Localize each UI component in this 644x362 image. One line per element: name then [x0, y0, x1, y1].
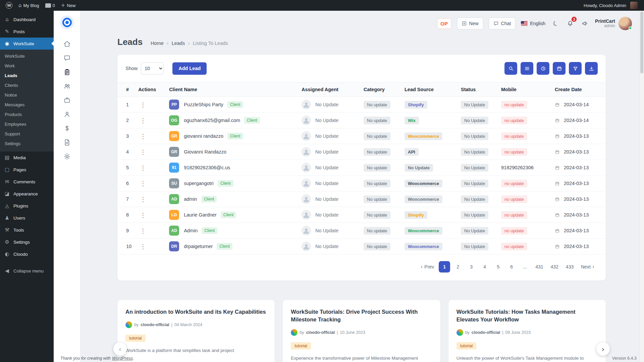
settings-gear-icon[interactable]: [60, 149, 74, 164]
notifications-button[interactable]: 3: [566, 19, 575, 28]
user-menu[interactable]: PrintCart admin: [595, 17, 632, 30]
wp-menu-item[interactable]: ▤ Media: [0, 152, 54, 164]
blog-post-title[interactable]: WorkSuite Tutorials: How Tasks Managemen…: [457, 308, 598, 323]
wp-submenu-item[interactable]: Work: [0, 61, 54, 71]
finance-dollar-icon[interactable]: [60, 121, 74, 135]
breadcrumb-item[interactable]: Listing To Leads: [185, 41, 228, 46]
announcements-button[interactable]: [580, 19, 590, 28]
home-icon[interactable]: [60, 37, 74, 51]
new-button[interactable]: New: [457, 17, 483, 29]
add-lead-button[interactable]: Add Lead: [172, 62, 207, 75]
carousel-prev-button[interactable]: ‹: [113, 342, 127, 356]
comments-link[interactable]: 0: [42, 0, 58, 11]
dark-mode-toggle[interactable]: ☾: [551, 19, 560, 28]
blog-author-link[interactable]: cloodo-official: [472, 330, 500, 335]
scrollbar[interactable]: [639, 11, 644, 362]
wp-submenu-item[interactable]: Notice: [0, 90, 54, 100]
client-name[interactable]: drpaigeturner: [184, 244, 213, 249]
wp-menu-item[interactable]: ✎ Posts: [0, 25, 54, 38]
blog-author-link[interactable]: cloodo-official: [141, 322, 169, 327]
leads-clipboard-icon[interactable]: [60, 65, 74, 79]
search-button[interactable]: [504, 62, 517, 75]
row-actions-button[interactable]: ⋮: [138, 131, 148, 141]
blog-post-card[interactable]: WorkSuite Tutorials: How Tasks Managemen…: [448, 300, 606, 362]
page-number-button[interactable]: 432: [548, 261, 561, 273]
wp-menu-item[interactable]: ♟ Users: [0, 212, 54, 224]
wp-menu-item[interactable]: ◪ Appearance: [0, 188, 54, 200]
wp-menu-item[interactable]: ◐ Cloodo: [0, 248, 54, 260]
page-number-button[interactable]: 6: [506, 261, 517, 273]
row-actions-button[interactable]: ⋮: [138, 210, 148, 220]
client-name[interactable]: admin: [184, 196, 197, 202]
client-name[interactable]: Laurie Gardner: [184, 212, 217, 218]
wp-menu-item[interactable]: ◉ WorkSuite: [0, 38, 54, 50]
scrollbar-thumb[interactable]: [640, 11, 643, 73]
blog-tag-badge[interactable]: tutorial: [291, 342, 311, 350]
wordpress-link[interactable]: WordPress: [112, 356, 133, 361]
blog-tag-badge[interactable]: tutorial: [125, 335, 146, 342]
howdy-account-menu[interactable]: Howdy, Cloodo Admin: [581, 0, 641, 11]
wp-menu-item[interactable]: ⚒ Tools: [0, 224, 54, 236]
wp-menu-item[interactable]: ⌂ Dashboard: [0, 13, 54, 25]
language-selector[interactable]: English: [521, 21, 545, 26]
blog-post-card[interactable]: WorkSuite Tutorials: Drive Project Succe…: [283, 300, 440, 362]
row-actions-button[interactable]: ⋮: [138, 226, 148, 235]
blog-post-title[interactable]: WorkSuite Tutorials: Drive Project Succe…: [291, 308, 432, 323]
client-name[interactable]: supergangotri: [184, 181, 214, 186]
wp-submenu-item[interactable]: Messages: [0, 100, 54, 110]
row-actions-button[interactable]: ⋮: [138, 100, 148, 109]
client-name[interactable]: giovanni randazzo: [184, 133, 223, 139]
profile-icon[interactable]: [60, 107, 74, 121]
new-content-link[interactable]: + New: [58, 0, 79, 11]
filter-button[interactable]: [569, 62, 582, 75]
chat-button[interactable]: Chat: [489, 17, 516, 29]
export-button[interactable]: [585, 62, 598, 75]
page-number-button[interactable]: 5: [492, 261, 504, 273]
wp-submenu-item[interactable]: WorkSuite: [0, 51, 54, 61]
client-name[interactable]: Admin: [184, 228, 198, 233]
client-name[interactable]: Giovanni Randazzo: [184, 149, 226, 155]
row-actions-button[interactable]: ⋮: [138, 242, 148, 251]
wp-submenu-item[interactable]: Employees: [0, 119, 54, 129]
page-number-button[interactable]: 3: [466, 261, 477, 273]
clients-icon[interactable]: [60, 79, 74, 93]
wp-submenu-item[interactable]: Products: [0, 110, 54, 119]
collapse-menu-button[interactable]: ◀ Collapse menu: [0, 265, 54, 277]
wp-menu-item[interactable]: ▢ Pages: [0, 164, 54, 176]
wp-submenu-item[interactable]: Clients: [0, 80, 54, 90]
show-entries-select[interactable]: 10: [141, 62, 164, 74]
history-button[interactable]: [537, 62, 549, 75]
page-number-button[interactable]: ...: [519, 261, 531, 273]
page-number-button[interactable]: 4: [479, 261, 490, 273]
row-actions-button[interactable]: ⋮: [138, 194, 148, 204]
client-name[interactable]: oguzhanx625@gmail.com: [184, 118, 240, 123]
client-name[interactable]: 918290262306@c.us: [184, 165, 230, 170]
breadcrumb-item[interactable]: Leads: [164, 41, 185, 46]
row-actions-button[interactable]: ⋮: [138, 179, 148, 188]
blog-post-card[interactable]: An introduction to WorkSuite and its Key…: [117, 300, 275, 362]
next-page-button[interactable]: Next ›: [578, 261, 597, 273]
wp-menu-item[interactable]: ✉ Comments: [0, 176, 54, 188]
wp-submenu-item[interactable]: Support: [0, 129, 54, 139]
worksuite-logo[interactable]: [60, 15, 74, 29]
blog-post-title[interactable]: An introduction to WorkSuite and its Key…: [125, 308, 267, 316]
breadcrumb-item[interactable]: Home: [151, 41, 164, 46]
calendar-button[interactable]: [553, 62, 566, 75]
row-actions-button[interactable]: ⋮: [138, 163, 148, 172]
client-name[interactable]: PuzzleShips Party: [184, 102, 223, 107]
blog-author-link[interactable]: cloodo-official: [306, 330, 335, 335]
carousel-next-button[interactable]: ›: [596, 342, 610, 356]
wordpress-logo-menu[interactable]: W: [3, 0, 15, 11]
wp-menu-item[interactable]: ⚙ Settings: [0, 236, 54, 248]
wp-menu-item[interactable]: ◬ Plugins: [0, 200, 54, 212]
documents-icon[interactable]: [60, 135, 74, 149]
work-briefcase-icon[interactable]: [60, 93, 74, 107]
blog-tag-badge[interactable]: tutorial: [457, 342, 477, 350]
row-actions-button[interactable]: ⋮: [138, 116, 148, 125]
chat-icon[interactable]: [60, 51, 74, 65]
op-logo-badge[interactable]: OP: [437, 18, 451, 29]
page-number-button[interactable]: 433: [563, 261, 576, 273]
page-number-button[interactable]: 431: [533, 261, 546, 273]
list-view-button[interactable]: [521, 62, 533, 75]
page-number-button[interactable]: 2: [452, 261, 464, 273]
